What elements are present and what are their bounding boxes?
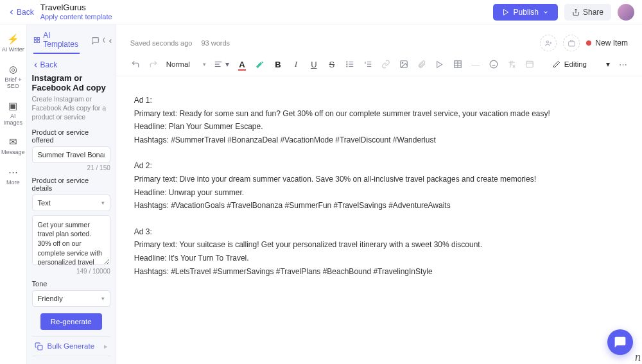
redo-button[interactable] — [148, 59, 159, 69]
undo-icon — [131, 60, 140, 69]
ad-block: Ad 1: Primary text: Ready for some sun a… — [134, 94, 624, 146]
strikethrough-button[interactable]: S — [327, 59, 337, 69]
ad-block: Ad 3: Primary text: Your suitcase is cal… — [134, 226, 624, 277]
rail-brief-seo[interactable]: ◎ Brief + SEO — [0, 60, 26, 94]
chevron-down-icon: ▾ — [101, 295, 105, 302]
chevron-left-icon — [107, 38, 114, 44]
link-button[interactable] — [381, 59, 391, 69]
pencil-icon — [553, 60, 560, 68]
rail-ai-writer[interactable]: ⚡ AI Writer — [0, 30, 26, 57]
paragraph-style-select[interactable]: Normal ▾ — [166, 60, 206, 68]
share-button[interactable]: Share — [564, 4, 611, 21]
more-toolbar-button[interactable]: ⋯ — [618, 59, 628, 69]
chevron-down-icon: ▾ — [225, 60, 229, 69]
svg-rect-3 — [37, 37, 39, 39]
svg-rect-38 — [526, 61, 534, 67]
sidebar-panel: AI Templates ChatGPT Back Instagram or F… — [27, 24, 116, 364]
paperclip-icon — [417, 60, 426, 69]
chevron-down-icon: ▾ — [101, 200, 105, 206]
svg-line-34 — [510, 61, 510, 68]
divider-button[interactable]: — — [471, 59, 481, 69]
regenerate-button[interactable]: Re-generate — [40, 313, 102, 330]
attachment-button[interactable] — [417, 59, 427, 69]
panel-back-button[interactable]: Back — [32, 60, 110, 69]
status-dot-icon — [586, 40, 591, 46]
rail-label: Brief + SEO — [1, 77, 25, 90]
rail-label: AI Images — [1, 114, 25, 126]
numbered-list-button[interactable] — [363, 59, 373, 69]
new-item-indicator[interactable]: New Item — [586, 39, 628, 48]
chevron-down-icon: ▾ — [203, 61, 206, 67]
video-button[interactable] — [435, 59, 445, 69]
mode-select[interactable]: Editing ▾ — [553, 60, 610, 69]
select-value: Friendly — [38, 295, 63, 302]
publish-icon — [502, 8, 510, 16]
template-desc: Create Instagram or Facebook Ads copy fo… — [32, 94, 110, 122]
bulk-generate-row[interactable]: Bulk Generate ▸ — [32, 336, 110, 356]
ad-title: Ad 3: — [134, 226, 624, 238]
collapse-panel-button[interactable] — [105, 33, 116, 49]
image-button[interactable] — [399, 59, 409, 69]
table-button[interactable] — [453, 59, 463, 69]
ad-hashtags: Hashtags: #VacationGoals #TravelBonanza … — [134, 200, 624, 212]
svg-marker-0 — [503, 9, 508, 15]
svg-point-24 — [402, 62, 403, 64]
tab-ai-templates[interactable]: AI Templates — [33, 31, 80, 54]
svg-rect-2 — [34, 37, 36, 39]
user-plus-icon — [544, 39, 553, 48]
svg-rect-6 — [37, 345, 42, 349]
list-bullet-icon — [345, 60, 354, 69]
image-icon — [399, 60, 408, 69]
top-header: Back TravelGurus Apply content template … — [0, 0, 642, 24]
code-button[interactable] — [525, 59, 535, 69]
editor-toolbar: Normal ▾ ▾ A B I U S — [116, 55, 642, 76]
add-collaborator-button[interactable] — [540, 35, 557, 51]
image-icon: ▣ — [8, 100, 17, 112]
details-mode-select[interactable]: Text ▾ — [32, 195, 110, 211]
svg-point-16 — [347, 66, 347, 67]
chevron-right-icon: ▸ — [104, 342, 108, 351]
apply-template-link[interactable]: Apply content template — [40, 13, 112, 21]
title-block: TravelGurus Apply content template — [40, 3, 112, 21]
bullet-list-button[interactable] — [345, 59, 355, 69]
rail-ai-images[interactable]: ▣ AI Images — [0, 96, 26, 130]
product-input[interactable] — [32, 146, 110, 163]
support-chat-button[interactable] — [607, 329, 633, 355]
avatar[interactable] — [618, 4, 634, 21]
svg-point-14 — [347, 62, 347, 62]
settings-circle-button[interactable] — [563, 35, 580, 51]
code-icon — [525, 60, 534, 69]
highlight-button[interactable] — [255, 59, 265, 69]
chevron-left-icon — [8, 8, 15, 16]
bulk-label: Bulk Generate — [48, 342, 95, 350]
undo-button[interactable] — [130, 59, 141, 69]
ad-primary: Primary text: Your suitcase is calling! … — [134, 239, 624, 251]
play-icon — [435, 60, 444, 69]
svg-rect-10 — [568, 41, 575, 46]
details-textarea[interactable] — [32, 215, 110, 265]
rail-label: Message — [1, 150, 25, 156]
svg-rect-4 — [34, 40, 36, 42]
tone-select[interactable]: Friendly ▾ — [32, 290, 110, 307]
ad-headline: Headline: It's Your Turn To Travel. — [134, 252, 624, 264]
share-label: Share — [583, 8, 603, 17]
table-icon — [453, 60, 462, 69]
briefcase-icon — [568, 39, 576, 48]
field-label-details: Product or service details — [32, 177, 110, 192]
clear-format-button[interactable] — [507, 59, 517, 69]
highlight-icon — [255, 60, 265, 69]
publish-label: Publish — [514, 8, 539, 17]
corner-glyph: n — [635, 351, 641, 364]
text-color-button[interactable]: A — [237, 59, 247, 69]
bold-button[interactable]: B — [273, 59, 283, 69]
publish-button[interactable]: Publish — [493, 4, 558, 21]
document-body[interactable]: Ad 1: Primary text: Ready for some sun a… — [116, 76, 642, 309]
italic-button[interactable]: I — [291, 59, 301, 69]
back-button-top[interactable]: Back — [8, 8, 34, 17]
rail-more[interactable]: ⋯ More — [0, 162, 26, 190]
field-label-product: Product or service offered — [32, 128, 110, 144]
emoji-button[interactable] — [489, 59, 499, 69]
rail-message[interactable]: ✉ Message — [0, 132, 26, 160]
align-select[interactable]: ▾ — [214, 60, 229, 69]
underline-button[interactable]: U — [309, 59, 319, 69]
